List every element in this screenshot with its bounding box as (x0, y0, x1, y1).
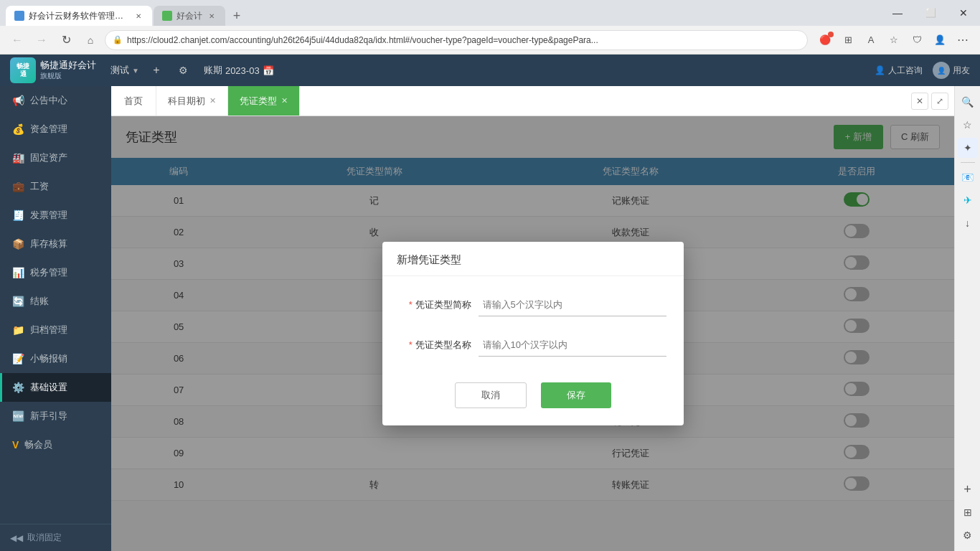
home-button[interactable]: ⌂ (80, 30, 100, 50)
extension-btn-6[interactable]: 👤 (930, 30, 950, 50)
rp-outlook-icon[interactable]: 📧 (958, 167, 978, 187)
maximize-button[interactable]: ⬜ (914, 0, 947, 26)
company-selector[interactable]: 测试 ▼ (110, 64, 139, 77)
logo-main-text: 畅捷通好会计 (40, 60, 96, 72)
announcements-icon: 📢 (12, 95, 24, 106)
company-name: 测试 (110, 64, 129, 77)
archive-icon: 📁 (12, 324, 24, 336)
sidebar-item-fixed-assets[interactable]: 🏭 固定资产 (0, 143, 111, 172)
modal-overlay: 新增凭证类型 * 凭证类型简称 * 凭证类型名称 (111, 116, 954, 551)
name-label: * 凭证类型名称 (400, 339, 471, 352)
more-options-button[interactable]: ⋯ (953, 30, 973, 50)
consult-icon: 👤 (875, 65, 885, 75)
browser-tab-1[interactable]: 好会计云财务软件管理系统_会计 ✕ (6, 6, 152, 26)
refresh-button[interactable]: ↻ (56, 30, 76, 50)
forward-button[interactable]: → (32, 30, 52, 50)
sidebar-item-member[interactable]: V 畅会员 (0, 430, 111, 459)
abbr-input[interactable] (479, 293, 666, 316)
sidebar-item-archive[interactable]: 📁 归档管理 (0, 316, 111, 344)
tab2-close-icon[interactable]: ✕ (207, 11, 217, 21)
sidebar-item-tax[interactable]: 📊 税务管理 (0, 258, 111, 287)
logo-sub-text: 旗舰版 (40, 71, 96, 81)
tab-voucher-type-label: 凭证类型 (240, 95, 277, 108)
user-label: 用友 (953, 65, 970, 77)
rp-ai-icon[interactable]: ✦ (958, 138, 978, 158)
rp-plus-icon[interactable]: + (958, 479, 978, 499)
lock-icon: 🔒 (113, 35, 123, 44)
minimize-button[interactable]: — (881, 0, 914, 26)
period-value: 2023-03 (225, 65, 260, 76)
sidebar-item-guide[interactable]: 🆕 新手引导 (0, 402, 111, 430)
right-panel: 🔍 ☆ ✦ 📧 ✈ ↓ + ⊞ ⚙ (954, 86, 980, 551)
settlement-icon: 🔄 (12, 296, 24, 307)
sidebar-item-announcements[interactable]: 📢 公告中心 (0, 86, 111, 115)
sidebar-item-basic-settings[interactable]: ⚙️ 基础设置 (0, 373, 111, 402)
topbar-action-add[interactable]: + (146, 60, 166, 80)
sidebar-item-payroll[interactable]: 💼 工资 (0, 172, 111, 201)
tab-subject-init-close-icon[interactable]: ✕ (209, 96, 216, 105)
rp-send-icon[interactable]: ✈ (958, 190, 978, 210)
sidebar-bottom-item[interactable]: ◀◀ 取消固定 (0, 524, 111, 551)
browser-tab-2[interactable]: 好会计 ✕ (154, 6, 225, 26)
tab1-close-icon[interactable]: ✕ (133, 11, 143, 21)
sidebar-item-expense[interactable]: 📝 小畅报销 (0, 344, 111, 373)
extension-btn-1[interactable]: 🔴 (815, 30, 835, 50)
user-avatar: 👤 (933, 62, 950, 79)
unpin-icon: ◀◀ (10, 533, 23, 543)
tab-voucher-type[interactable]: 凭证类型 ✕ (228, 86, 300, 116)
tab-voucher-type-close-icon[interactable]: ✕ (281, 96, 288, 105)
invoice-icon: 🧾 (12, 209, 24, 221)
app-logo: 畅捷通 畅捷通好会计 旗舰版 (10, 57, 96, 83)
payroll-label: 工资 (30, 180, 49, 193)
modal-header: 新增凭证类型 (382, 242, 684, 276)
payroll-icon: 💼 (12, 181, 24, 192)
extensions-area: 🔴 ⊞ A ☆ 🛡 👤 ⋯ (815, 30, 973, 50)
rp-download-icon[interactable]: ↓ (958, 213, 978, 233)
rp-grid-icon[interactable]: ⊞ (958, 502, 978, 522)
sidebar: 📢 公告中心 💰 资金管理 🏭 固定资产 💼 工资 🧾 发票管理 📦 库 (0, 86, 111, 551)
rp-gear-icon[interactable]: ⚙ (958, 525, 978, 545)
modal-footer: 取消 保存 (382, 371, 684, 425)
extension-btn-4[interactable]: ☆ (884, 30, 904, 50)
archive-label: 归档管理 (30, 324, 67, 336)
member-label: 畅会员 (24, 438, 52, 451)
sidebar-item-fund[interactable]: 💰 资金管理 (0, 115, 111, 143)
sidebar-item-settlement[interactable]: 🔄 结账 (0, 287, 111, 316)
consult-label: 人工咨询 (888, 65, 923, 77)
tab-home[interactable]: 首页 (111, 86, 156, 116)
name-input[interactable] (479, 334, 666, 357)
tax-icon: 📊 (12, 267, 24, 278)
page-content: 凭证类型 + 新增 C 刷新 编码 凭证类型简称 凭证类型名称 是否启用 (111, 116, 954, 551)
calendar-icon[interactable]: 📅 (263, 65, 274, 76)
tab-minimize-icon[interactable]: ✕ (911, 93, 928, 110)
settlement-label: 结账 (30, 295, 49, 308)
close-button[interactable]: ✕ (947, 0, 980, 26)
browser-tabbar: — ⬜ ✕ 好会计云财务软件管理系统_会计 ✕ 好会计 ✕ + (0, 0, 980, 26)
guide-icon: 🆕 (12, 410, 24, 422)
app-topbar: 畅捷通 畅捷通好会计 旗舰版 测试 ▼ + ⚙ 账期 2023-03 📅 👤 人… (0, 55, 980, 86)
announcements-label: 公告中心 (30, 94, 67, 107)
main-area: 📢 公告中心 💰 资金管理 🏭 固定资产 💼 工资 🧾 发票管理 📦 库 (0, 86, 980, 551)
topbar-action-settings[interactable]: ⚙ (174, 60, 194, 80)
extension-btn-3[interactable]: A (861, 30, 881, 50)
new-tab-button[interactable]: + (227, 6, 247, 26)
app-container: 畅捷通 畅捷通好会计 旗舰版 测试 ▼ + ⚙ 账期 2023-03 📅 👤 人… (0, 55, 980, 551)
save-button[interactable]: 保存 (541, 382, 611, 408)
sidebar-item-inventory[interactable]: 📦 库存核算 (0, 230, 111, 258)
browser-chrome: — ⬜ ✕ 好会计云财务软件管理系统_会计 ✕ 好会计 ✕ + ← → ↻ ⌂ … (0, 0, 980, 55)
period-label: 账期 (204, 64, 222, 77)
extension-btn-5[interactable]: 🛡 (907, 30, 927, 50)
tab2-label: 好会计 (176, 10, 202, 22)
rp-search-icon[interactable]: 🔍 (958, 92, 978, 112)
back-button[interactable]: ← (7, 30, 27, 50)
address-bar[interactable]: 🔒 https://cloud2.chanjet.com/accounting/… (105, 30, 808, 50)
cancel-button[interactable]: 取消 (455, 382, 527, 408)
consult-button[interactable]: 👤 人工咨询 (875, 65, 923, 77)
rp-star-icon[interactable]: ☆ (958, 115, 978, 135)
tab-expand-icon[interactable]: ⤢ (931, 93, 948, 110)
extension-btn-2[interactable]: ⊞ (838, 30, 858, 50)
tab-subject-init[interactable]: 科目期初 ✕ (156, 86, 228, 116)
user-button[interactable]: 👤 用友 (933, 62, 970, 79)
sidebar-item-invoice[interactable]: 🧾 发票管理 (0, 201, 111, 230)
url-text: https://cloud2.chanjet.com/accounting/uh… (127, 35, 598, 45)
